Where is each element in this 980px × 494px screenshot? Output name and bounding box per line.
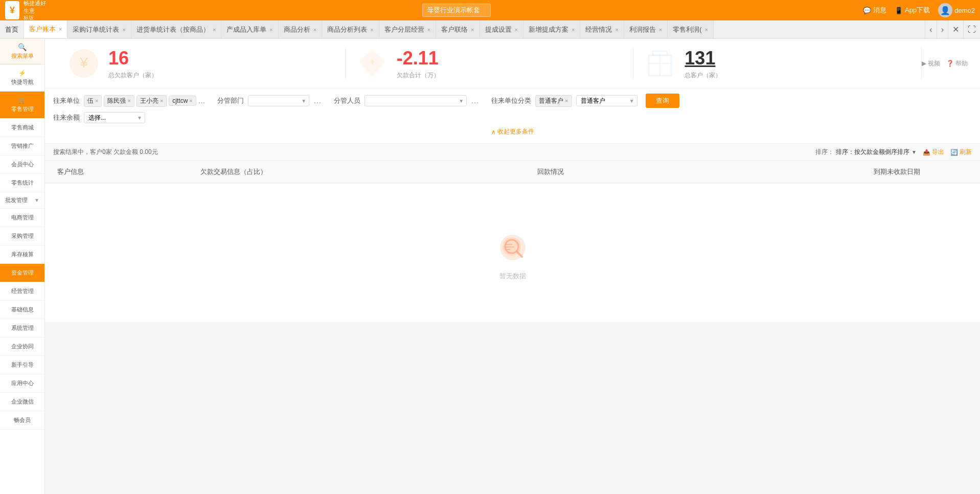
sidebar-item-purchase[interactable]: 采购管理 [0,227,44,245]
sidebar-item-members[interactable]: 会员中心 [0,155,44,174]
diamond-icon: ✦ [356,47,389,80]
filter-row-2: 往来余额 选择... [53,112,972,123]
sidebar-item-vip-members[interactable]: 畅会员 [0,411,44,430]
remove-tag-chenminqiang[interactable]: × [127,98,130,104]
tab-commission-setting[interactable]: 提成设置 × [480,20,523,38]
sidebar-item-retail-shop[interactable]: 零售商城 [0,119,44,137]
filter-tag-cjttcw: cjttcw × [169,96,196,106]
sidebar-item-operation[interactable]: 经营管理 [0,282,44,301]
sidebar-item-ecommerce[interactable]: 电商管理 [0,209,44,227]
building-icon [644,47,676,80]
sidebar-item-enterprise-collab[interactable]: 企业协同 [0,338,44,356]
refresh-icon: 🔄 [950,149,958,156]
stat-debt-value: -2.11 [397,48,440,69]
collapse-button[interactable]: ∧ 收起更多条件 [491,127,534,136]
tab-close-customer-ledger[interactable]: × [59,26,62,32]
empty-icon [492,224,533,265]
tab-profit-report[interactable]: 利润报告 × [624,20,668,38]
tab-home[interactable]: 首页 [0,20,24,38]
account-dropdown[interactable]: 母婴行业演示帐套 [422,4,491,17]
category-tags: 普通客户 × [535,95,572,107]
tab-production-inbound[interactable]: 产成品入库单 × [221,20,278,38]
tab-business-status[interactable]: 经营情况 × [580,20,624,38]
tab-prev-btn[interactable]: ‹ [925,20,936,38]
tab-close-customer-tier[interactable]: × [427,27,430,33]
category-select[interactable]: 普通客户 [576,95,637,106]
sidebar-item-system[interactable]: 系统管理 [0,319,44,338]
tab-maximize-btn[interactable]: ⛶ [963,20,980,38]
collapse-icon: ∧ [491,128,496,136]
tab-close-retail-profit[interactable]: × [705,27,708,33]
remove-tag-wu[interactable]: × [95,98,98,104]
col-payment-status: 回款情况 [533,161,870,183]
refresh-btn[interactable]: 🔄 刷新 [950,148,972,156]
person-select-wrap [364,95,467,106]
balance-select[interactable]: 选择... [84,112,145,123]
stat-customers-label: 总欠款客户（家） [108,71,157,80]
help-icon: ❓ [946,60,954,67]
tab-close-all-btn[interactable]: ✕ [948,20,963,38]
header-right: 💬 消息 📱 App下载 👤 demo2 [863,3,975,17]
sidebar-item-marketing[interactable]: 营销推广 [0,137,44,155]
tab-close-profit-report[interactable]: × [659,27,662,33]
tab-retail-profit[interactable]: 零售利润( × [668,20,714,38]
tab-customer-ledger[interactable]: 客户账本 × [24,20,67,38]
sidebar-item-newbie-guide[interactable]: 新手引导 [0,356,44,374]
tab-close-goods-analysis[interactable]: × [313,27,316,33]
sidebar-item-basic-info[interactable]: 基础信息 [0,301,44,319]
coin-icon: ¥ [67,47,100,80]
tab-close-goods-analysis-list[interactable]: × [370,27,373,33]
tab-close-commission-setting[interactable]: × [515,27,518,33]
app-download-btn[interactable]: 📱 App下载 [895,6,930,15]
tab-close-goods-stats[interactable]: × [213,27,216,33]
tab-customer-contact[interactable]: 客户联络 × [436,20,480,38]
sort-label: 排序： [815,148,834,156]
help-btn[interactable]: ❓ 帮助 [946,59,968,68]
remove-tag-cjttcw[interactable]: × [189,98,192,104]
col-customer-info: 客户信息 [53,161,196,183]
balance-select-wrap: 选择... [84,112,145,123]
sidebar-item-retail-stats[interactable]: 零售统计 [0,174,44,192]
tab-customer-tier[interactable]: 客户分层经营 × [379,20,436,38]
tab-next-btn[interactable]: › [937,20,948,38]
tab-close-production-inbound[interactable]: × [269,27,272,33]
sidebar-item-retail-management[interactable]: 🛒 零售管理 [0,92,44,119]
svg-text:¥: ¥ [79,55,88,71]
tab-purchase-stats[interactable]: 采购订单统计表 × [67,20,131,38]
dept-more-icon[interactable]: … [313,96,322,105]
sidebar-item-finance[interactable]: 资金管理 [0,264,44,282]
person-select[interactable] [364,95,467,106]
stats-bar: ¥ 16 总欠款客户（家） ✦ -2.11 欠款合计（ [45,39,980,88]
export-btn[interactable]: 📤 导出 [923,148,944,156]
collapse-btn-row: ∧ 收起更多条件 [53,127,972,136]
message-btn[interactable]: 💬 消息 [863,6,886,15]
tab-goods-stats[interactable]: 进货单统计表（按商品） × [131,20,221,38]
avatar: 👤 [938,3,952,17]
sidebar-quick-nav[interactable]: ⚡ 快捷导航 [0,64,44,92]
sidebar-search[interactable]: 🔍 搜索菜单 [0,39,44,64]
stat-customers-value: 16 [108,48,157,69]
tab-close-customer-contact[interactable]: × [471,27,474,33]
sort-value[interactable]: 排序：按欠款金额倒序排序 [836,148,909,156]
sidebar-item-wholesale[interactable]: 批发管理 ▼ [0,192,44,209]
sidebar-item-app-center[interactable]: 应用中心 [0,374,44,393]
export-icon: 📤 [923,149,930,156]
remove-category-tag[interactable]: × [565,98,568,104]
sidebar-item-inventory[interactable]: 库存核算 [0,245,44,264]
tab-close-business-status[interactable]: × [615,27,618,33]
sidebar-item-enterprise-wechat[interactable]: 企业微信 [0,393,44,411]
user-profile[interactable]: 👤 demo2 [938,3,975,17]
tab-new-commission[interactable]: 新增提成方案 × [523,20,580,38]
remove-tag-wangxiaoliang[interactable]: × [160,98,163,104]
filter-more-btn[interactable]: ... [198,96,205,105]
person-more-icon[interactable]: … [471,96,479,105]
tab-close-purchase-stats[interactable]: × [122,27,125,33]
filter-bar: 往来单位 伍 × 陈民强 × 王小亮 × cjttcw [45,88,980,144]
dept-select-wrap [248,95,309,106]
tab-goods-analysis-list[interactable]: 商品分析列表 × [322,20,379,38]
query-button[interactable]: 查询 [646,94,679,108]
tab-goods-analysis[interactable]: 商品分析 × [279,20,322,38]
video-btn[interactable]: ▶ 视频 [922,59,940,68]
dept-select[interactable] [248,95,309,106]
tab-close-new-commission[interactable]: × [572,27,575,33]
